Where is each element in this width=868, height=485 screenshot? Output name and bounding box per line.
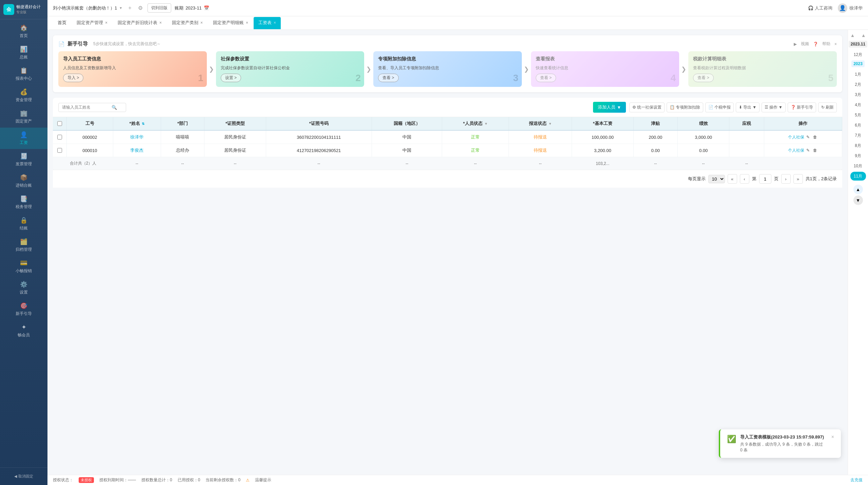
row1-social-security-btn[interactable]: 个人社保 <box>788 135 804 139</box>
tab-asset-category[interactable]: 固定资产类别 × <box>167 17 208 29</box>
special-deduction-btn[interactable]: 📋 专项附加扣除 <box>667 102 703 112</box>
social-security-btn[interactable]: ⚙ 统一社保设置 <box>629 102 665 112</box>
step5-btn[interactable]: 查看 > <box>693 74 713 82</box>
tab-asset-detail-close[interactable]: × <box>246 20 248 25</box>
sidebar-item-archive-label: 归档管理 <box>16 247 32 253</box>
row1-performance: 3,000.00 <box>677 130 729 144</box>
period-value[interactable]: 2023-11 <box>185 5 202 11</box>
step-arrow-3: ❯ <box>522 51 531 87</box>
sidebar-item-invoices[interactable]: 🧾 发票管理 <box>0 149 47 170</box>
panel-down-scroll-btn[interactable]: ▼ <box>853 195 863 205</box>
account-selector[interactable]: 刘小艳演示账套（勿删勿动！）1 ▼ <box>53 5 122 11</box>
guide-close-btn[interactable]: × <box>834 42 837 46</box>
col-dept: *部门 <box>161 117 204 130</box>
sidebar-item-member[interactable]: ✦ 畅会员 <box>0 320 47 341</box>
row1-checkbox[interactable] <box>57 135 62 139</box>
sort-icon: ⇅ <box>142 122 144 126</box>
row1-edit-btn[interactable]: ✎ <box>805 135 811 139</box>
last-page-btn[interactable]: » <box>793 174 803 184</box>
month-12[interactable]: 12月 <box>850 50 866 59</box>
sidebar-item-ledger[interactable]: 📊 总账 <box>0 42 47 63</box>
next-page-btn[interactable]: › <box>781 174 791 184</box>
month-8[interactable]: 8月 <box>850 141 866 150</box>
tab-payroll-close[interactable]: × <box>274 20 276 25</box>
month-6[interactable]: 6月 <box>850 121 866 130</box>
row2-edit-btn[interactable]: ✎ <box>805 148 811 153</box>
guide-step-1: 导入员工工资信息 人员信息及工资数据新增导入 导入 > 1 <box>58 51 207 87</box>
tab-fixed-assets[interactable]: 固定资产管理 × <box>72 17 112 29</box>
sidebar-item-close[interactable]: 🔒 结账 <box>0 213 47 235</box>
row1-delete-btn[interactable]: 🗑 <box>812 135 818 139</box>
month-3[interactable]: 3月 <box>850 90 866 99</box>
month-5[interactable]: 5月 <box>850 111 866 119</box>
tax-declaration-btn[interactable]: 📄 个税申报 <box>705 102 734 112</box>
sidebar-item-finance[interactable]: 💰 资金管理 <box>0 85 47 106</box>
month-1[interactable]: 1月 <box>850 70 866 79</box>
step4-btn[interactable]: 查看 > <box>536 74 556 82</box>
panel-down-btn[interactable]: ▲ <box>861 33 866 38</box>
month-11[interactable]: 11月 <box>850 172 866 181</box>
step3-btn[interactable]: 查看 > <box>378 74 398 82</box>
sidebar-item-settings[interactable]: ⚙️ 设置 <box>0 277 47 299</box>
export-btn[interactable]: ⬇ 导出 ▼ <box>736 102 760 112</box>
row2-social-security-btn[interactable]: 个人社保 <box>788 148 804 153</box>
refresh-btn[interactable]: ↻ 刷新 <box>818 102 837 112</box>
tab-depreciation[interactable]: 固定资产折旧统计表 × <box>113 17 166 29</box>
sidebar-item-guide[interactable]: 🎯 新手引导 <box>0 299 47 320</box>
tab-payroll[interactable]: 工资表 × <box>254 17 281 29</box>
select-all-checkbox[interactable] <box>57 121 62 126</box>
new-guide-btn[interactable]: ❓ 新手引导 <box>788 102 816 112</box>
row2-name-link[interactable]: 李俊杰 <box>130 148 143 153</box>
step1-btn[interactable]: 导入 > <box>63 74 83 82</box>
panel-up-btn[interactable]: ▲ <box>850 33 855 38</box>
settings-btn[interactable]: ⚙ <box>137 3 144 13</box>
sidebar-item-home[interactable]: 🏠 首页 <box>0 21 47 42</box>
search-input[interactable] <box>62 105 110 110</box>
sidebar-item-reports[interactable]: 📋 报表中心 <box>0 63 47 85</box>
tab-asset-detail[interactable]: 固定资产明细账 × <box>208 17 253 29</box>
user-info[interactable]: 👤 徐泽华 <box>838 3 863 13</box>
month-9[interactable]: 9月 <box>850 151 866 160</box>
close-accounts-icon: 🔒 <box>20 217 27 224</box>
row2-checkbox[interactable] <box>57 148 62 153</box>
sidebar-item-expense[interactable]: 💳 小畅报销 <box>0 256 47 277</box>
page-input[interactable] <box>759 174 771 184</box>
page-size-select[interactable]: 10 20 50 <box>708 175 725 183</box>
panel-up-scroll-btn[interactable]: ▲ <box>853 185 863 194</box>
cancel-fixed-icon: ◀ <box>14 474 17 479</box>
first-page-btn[interactable]: « <box>728 174 737 184</box>
tab-asset-category-close[interactable]: × <box>200 20 203 25</box>
row1-name-link[interactable]: 徐泽华 <box>130 134 143 139</box>
help-link[interactable]: 帮助 <box>822 41 830 47</box>
col-status[interactable]: *人员状态 ▼ <box>442 117 509 130</box>
sidebar-item-assets[interactable]: 🏢 固定资产 <box>0 106 47 128</box>
month-4[interactable]: 4月 <box>850 100 866 109</box>
month-10[interactable]: 10月 <box>850 162 866 170</box>
tab-home[interactable]: 首页 <box>53 17 71 29</box>
service-btn[interactable]: 🎧 人工咨询 <box>808 5 832 11</box>
tab-depreciation-close[interactable]: × <box>159 20 162 25</box>
operations-btn[interactable]: ☰ 操作 ▼ <box>762 102 786 112</box>
col-report-status[interactable]: 报送状态 ▼ <box>509 117 572 130</box>
switch-version-btn[interactable]: 切到旧版 <box>147 3 171 13</box>
row2-delete-btn[interactable]: 🗑 <box>812 148 818 153</box>
add-employee-btn[interactable]: 添加人员 ▼ <box>593 102 626 113</box>
step2-btn[interactable]: 设置 > <box>221 74 241 82</box>
tab-fixed-assets-close[interactable]: × <box>105 20 107 25</box>
tabbar: 首页 固定资产管理 × 固定资产折旧统计表 × 固定资产类别 × 固定资产明细账… <box>47 16 868 30</box>
month-2[interactable]: 2月 <box>850 80 866 89</box>
sidebar-item-archive[interactable]: 🗂️ 归档管理 <box>0 235 47 256</box>
sidebar-item-payroll[interactable]: 👤 工资 <box>0 128 47 149</box>
sidebar-item-tax[interactable]: 📑 税务管理 <box>0 192 47 213</box>
sidebar-item-inventory[interactable]: 📦 进销台账 <box>0 170 47 192</box>
month-7[interactable]: 7月 <box>850 131 866 140</box>
sidebar-item-reports-label: 报表中心 <box>16 76 32 81</box>
cancel-fixed-btn[interactable]: ◀ 取消固定 <box>0 471 47 482</box>
col-name[interactable]: *姓名 ⇅ <box>113 117 161 130</box>
footer-ops <box>764 157 842 170</box>
toast-close-btn[interactable]: × <box>831 434 834 440</box>
prev-page-btn[interactable]: ‹ <box>740 174 749 184</box>
add-account-btn[interactable]: ＋ <box>126 3 134 13</box>
video-link[interactable]: 视频 <box>801 41 809 47</box>
recharge-link[interactable]: 去充值 <box>850 477 863 483</box>
